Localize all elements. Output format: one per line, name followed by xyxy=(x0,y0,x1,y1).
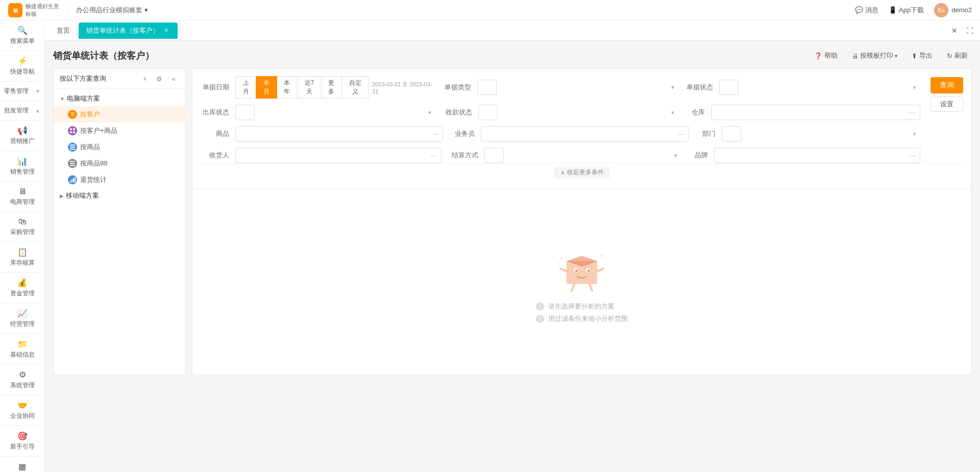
sidebar-item-operations[interactable]: 📈 经营管理 xyxy=(0,303,44,334)
sidebar-item-app-center[interactable]: ▦ 应用中心 xyxy=(0,457,44,472)
svg-rect-10 xyxy=(70,163,75,164)
svg-rect-12 xyxy=(70,181,71,182)
export-label: 导出 xyxy=(919,51,933,60)
settings-button[interactable]: 设置 xyxy=(930,97,963,112)
user-action[interactable]: Ea demo2 xyxy=(934,3,972,17)
template-print-button[interactable]: 🖨 按模板打印 ▾ xyxy=(848,49,901,62)
order-status-select[interactable] xyxy=(719,80,739,95)
desktop-group-header[interactable]: ▼ 电脑端方案 xyxy=(54,91,185,106)
tab-home-label: 首页 xyxy=(57,26,70,35)
receiver-input[interactable]: ··· xyxy=(235,148,442,163)
sidebar-item-label: 经营管理 xyxy=(10,320,35,328)
tree-section: ▼ 电脑端方案 客 按客户 按客户+商品 xyxy=(54,89,185,205)
avatar: Ea xyxy=(934,3,948,17)
svg-line-24 xyxy=(560,269,567,271)
app-download-action[interactable]: 📱 App下载 xyxy=(889,6,924,15)
department-label: 部门 xyxy=(695,129,716,138)
message-action[interactable]: 💬 消息 xyxy=(855,6,878,15)
brand-input[interactable]: ··· xyxy=(714,148,920,163)
tree-item-by-goods-99[interactable]: 按商品99 xyxy=(54,155,185,172)
close-all-icon: ✕ xyxy=(951,27,958,35)
sidebar-item-finance[interactable]: 💰 资金管理 xyxy=(0,273,44,303)
tab-home[interactable]: 首页 xyxy=(49,22,78,39)
date-btn-more[interactable]: 更多 xyxy=(321,76,342,99)
add-scheme-button[interactable]: + xyxy=(139,73,151,84)
new-guide-icon: 🎯 xyxy=(17,431,28,441)
date-btn-this-month[interactable]: 本月 xyxy=(256,76,277,99)
sidebar-item-purchase[interactable]: 🛍 采购管理 xyxy=(0,212,44,242)
mobile-group-header[interactable]: ▶ 移动端方案 xyxy=(54,188,185,203)
svg-text:畅: 畅 xyxy=(13,8,18,13)
svg-rect-2 xyxy=(70,128,72,130)
tab-close-all-button[interactable]: ✕ xyxy=(948,25,961,37)
tree-item-return-stats[interactable]: 退货统计 xyxy=(54,172,185,188)
right-action-btns: 查询 设置 xyxy=(924,76,963,112)
out-status-select[interactable] xyxy=(235,105,255,120)
goods-input[interactable]: ··· xyxy=(235,126,443,141)
order-type-select-wrapper xyxy=(477,80,678,95)
date-group: 上月 本月 本年 近7天 更多 自定义 2023-03-01 至 2023-03… xyxy=(235,76,436,99)
date-btn-7days[interactable]: 近7天 xyxy=(297,76,322,99)
scheme-header-title: 按以下方案查询 xyxy=(60,74,106,83)
sidebar-item-basic-info[interactable]: 📁 基础信息 xyxy=(0,334,44,365)
app-title-dropdown[interactable]: 办公用品行业模拟账套 ▾ xyxy=(76,6,148,15)
tab-expand-button[interactable]: ⛶ xyxy=(964,25,976,37)
content-area: 首页 销货单统计表（按客户） ✕ ✕ ⛶ 销货单统计表（按客户） xyxy=(45,20,980,472)
warehouse-input[interactable]: ··· xyxy=(711,105,920,120)
svg-rect-14 xyxy=(73,178,74,182)
tree-item-by-customer-goods[interactable]: 按客户+商品 xyxy=(54,123,185,139)
settlement-select[interactable] xyxy=(484,148,504,163)
department-select[interactable] xyxy=(722,126,741,141)
order-type-select[interactable] xyxy=(477,80,497,95)
collect-status-select[interactable] xyxy=(478,105,498,120)
help-button[interactable]: ❓ 帮助 xyxy=(810,49,842,62)
sales-icon: 📊 xyxy=(17,156,28,166)
sidebar-item-marketing[interactable]: 📢 营销推广 xyxy=(0,121,44,151)
brand-dots-icon: ··· xyxy=(910,151,916,159)
salesperson-label: 业务员 xyxy=(449,129,475,138)
basic-info-icon: 📁 xyxy=(17,339,28,349)
export-button[interactable]: ⬆ 导出 xyxy=(908,49,937,62)
salesperson-input[interactable]: ··· xyxy=(481,126,689,141)
date-btn-this-year[interactable]: 本年 xyxy=(277,76,298,99)
sidebar-item-search-menu[interactable]: 🔍 搜索菜单 xyxy=(0,20,44,51)
scheme-collapse-button[interactable]: « xyxy=(168,73,179,84)
sidebar-item-wholesale[interactable]: 批发管理 ▲ xyxy=(0,101,44,121)
sidebar-item-enterprise-collab[interactable]: 🤝 企业协同 xyxy=(0,395,44,426)
sidebar-item-ecommerce[interactable]: 🖥 电商管理 xyxy=(0,182,44,212)
scheme-settings-button[interactable]: ⚙ xyxy=(154,73,165,84)
collapse-button[interactable]: ∧ 收起更多条件 xyxy=(554,167,610,178)
empty-illustration xyxy=(551,241,612,292)
sidebar-item-sales[interactable]: 📊 销售管理 xyxy=(0,151,44,182)
tree-item-by-customer[interactable]: 客 按客户 xyxy=(54,106,185,123)
by-goods-icon xyxy=(68,143,77,152)
date-btn-last-month[interactable]: 上月 xyxy=(235,76,256,99)
sidebar-item-inventory[interactable]: 📋 库存核算 xyxy=(0,242,44,273)
desktop-arrow-icon: ▼ xyxy=(60,96,65,102)
svg-point-28 xyxy=(560,257,562,259)
tab-sales-stats[interactable]: 销货单统计表（按客户） ✕ xyxy=(79,22,178,39)
message-label: 消息 xyxy=(865,6,878,15)
receiver-label: 收货人 xyxy=(201,151,229,160)
two-panel: 按以下方案查询 + ⚙ « xyxy=(53,68,972,375)
sidebar-item-retail[interactable]: 零售管理 ▼ xyxy=(0,82,44,101)
username-label: demo2 xyxy=(951,6,972,14)
tree-item-by-goods[interactable]: 按商品 xyxy=(54,139,185,155)
sidebar-item-label: 采购管理 xyxy=(10,228,35,237)
collapse-row: ∧ 收起更多条件 xyxy=(201,163,963,181)
hint-text-2: 用过滤条件来缩小分析范围 xyxy=(548,314,628,323)
query-button[interactable]: 查询 xyxy=(930,77,963,93)
sidebar-item-quick-nav[interactable]: ⚡ 快捷导航 xyxy=(0,51,44,82)
svg-point-23 xyxy=(587,270,590,272)
date-btn-custom[interactable]: 自定义 xyxy=(341,76,369,99)
scheme-header: 按以下方案查询 + ⚙ « xyxy=(54,69,185,89)
order-type-label: 单据类型 xyxy=(443,83,471,92)
search-menu-icon: 🔍 xyxy=(17,26,28,35)
sidebar-item-label: 搜索菜单 xyxy=(10,37,35,45)
sidebar-item-new-guide[interactable]: 🎯 新手引导 xyxy=(0,426,44,457)
tab-close-icon[interactable]: ✕ xyxy=(162,27,170,34)
out-status-wrapper xyxy=(235,105,435,120)
sidebar-item-system[interactable]: ⚙ 系统管理 xyxy=(0,365,44,395)
refresh-label: 刷新 xyxy=(954,51,968,60)
refresh-button[interactable]: ↻ 刷新 xyxy=(943,49,972,62)
